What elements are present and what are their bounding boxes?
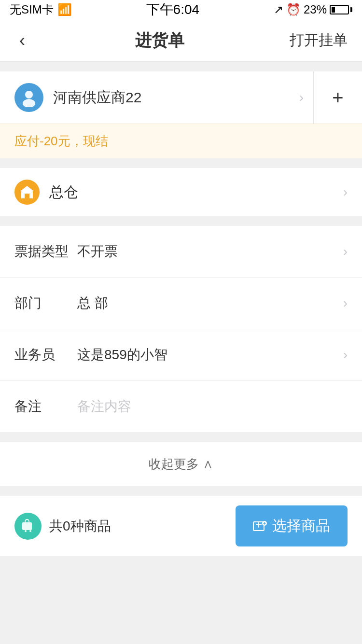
collapse-button[interactable]: 收起更多 ∧: [0, 442, 362, 486]
salesperson-label: 业务员: [14, 346, 77, 364]
svg-rect-4: [25, 194, 29, 198]
chevron-right-icon: ›: [343, 295, 348, 311]
product-count-text: 共0种商品: [49, 517, 111, 535]
alarm-icon: ⏰: [286, 3, 301, 16]
warehouse-icon: [14, 180, 40, 205]
location-icon: ↗: [274, 3, 283, 16]
status-bar-right: ↗ ⏰ 23%: [274, 3, 352, 16]
notice-bar: 应付-20元，现结: [0, 124, 362, 158]
status-bar: 无SIM卡 📶 下午6:04 ↗ ⏰ 23%: [0, 0, 362, 19]
form-section: 票据类型 不开票 › 部门 总 部 › 业务员 这是859的小智 › 备注 备注…: [0, 226, 362, 432]
salesperson-row[interactable]: 业务员 这是859的小智 ›: [0, 329, 362, 381]
open-pending-button[interactable]: 打开挂单: [290, 30, 348, 50]
remark-row[interactable]: 备注 备注内容: [0, 381, 362, 432]
department-value: 总 部: [77, 294, 338, 312]
supplier-section: 河南供应商22 › +: [0, 71, 362, 124]
svg-point-0: [25, 91, 33, 98]
gap-1: [0, 62, 362, 71]
avatar: [14, 83, 43, 112]
product-icon: [14, 513, 42, 540]
bottom-bar: 共0种商品 选择商品: [0, 496, 362, 556]
status-bar-left: 无SIM卡 📶: [10, 2, 72, 17]
chevron-right-icon: ›: [343, 347, 348, 363]
supplier-name: 河南供应商22: [53, 88, 294, 108]
chevron-right-icon: ›: [343, 184, 348, 200]
select-product-button[interactable]: 选择商品: [236, 505, 348, 546]
page-title: 进货单: [135, 29, 184, 52]
salesperson-value: 这是859的小智: [77, 346, 338, 364]
svg-point-1: [23, 99, 35, 107]
warehouse-section[interactable]: 总仓 ›: [0, 168, 362, 216]
carrier-text: 无SIM卡: [10, 2, 54, 17]
department-label: 部门: [14, 294, 77, 312]
supplier-main[interactable]: 河南供应商22 ›: [0, 71, 314, 124]
svg-point-7: [29, 530, 31, 532]
wifi-icon: 📶: [57, 3, 72, 16]
select-product-label: 选择商品: [272, 516, 330, 536]
cart-icon: [20, 518, 36, 534]
nav-bar: ‹ 进货单 打开挂单: [0, 19, 362, 62]
warehouse-name: 总仓: [49, 182, 338, 202]
add-product-icon: [253, 519, 267, 533]
product-count-wrapper: 共0种商品: [14, 513, 111, 540]
back-button[interactable]: ‹: [14, 26, 30, 56]
svg-rect-5: [22, 522, 32, 530]
invoice-type-label: 票据类型: [14, 242, 77, 261]
person-icon: [19, 88, 39, 107]
svg-point-6: [25, 530, 27, 532]
warehouse-svg: [20, 185, 34, 199]
chevron-right-icon: ›: [343, 244, 348, 259]
remark-label: 备注: [14, 397, 77, 416]
department-row[interactable]: 部门 总 部 ›: [0, 278, 362, 329]
add-supplier-button[interactable]: +: [314, 71, 362, 124]
remark-placeholder: 备注内容: [77, 397, 348, 416]
invoice-type-row[interactable]: 票据类型 不开票 ›: [0, 226, 362, 278]
svg-marker-3: [20, 186, 34, 191]
battery-icon: [330, 5, 352, 14]
status-time: 下午6:04: [146, 0, 200, 19]
chevron-right-icon: ›: [299, 90, 304, 105]
invoice-type-value: 不开票: [77, 242, 338, 261]
battery-percent: 23%: [304, 3, 327, 16]
